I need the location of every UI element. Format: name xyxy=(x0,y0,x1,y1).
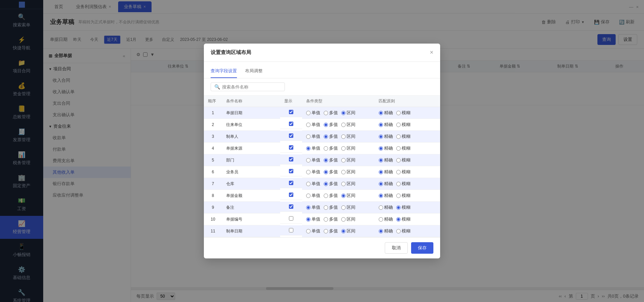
cell-name: 单据金额 xyxy=(222,190,280,202)
radio-multi[interactable]: 多值 xyxy=(324,145,338,151)
radio-fuzzy[interactable]: 模糊 xyxy=(396,122,410,128)
cell-order: 10 xyxy=(204,213,222,225)
radio-multi[interactable]: 多值 xyxy=(324,181,338,187)
cell-show[interactable] xyxy=(280,166,302,176)
radio-fuzzy[interactable]: 模糊 xyxy=(396,216,410,222)
cell-order: 2 xyxy=(204,119,222,131)
show-checkbox[interactable] xyxy=(289,157,293,161)
save-modal-button[interactable]: 保存 xyxy=(411,242,433,254)
radio-exact[interactable]: 精确 xyxy=(379,228,393,234)
cell-show[interactable] xyxy=(280,107,302,117)
radio-exact[interactable]: 精确 xyxy=(379,193,393,199)
radio-range[interactable]: 区间 xyxy=(341,204,355,210)
show-checkbox[interactable] xyxy=(289,145,293,150)
cell-show[interactable] xyxy=(280,119,302,129)
radio-fuzzy[interactable]: 模糊 xyxy=(396,204,410,210)
radio-multi[interactable]: 多值 xyxy=(324,110,338,116)
modal-body: 查询字段设置 布局调整 🔍 顺序 条 xyxy=(204,62,440,237)
modal-header: 设置查询区域布局 × xyxy=(204,44,440,62)
radio-single[interactable]: 单值 xyxy=(306,204,320,210)
radio-exact[interactable]: 精确 xyxy=(379,133,393,140)
radio-fuzzy[interactable]: 模糊 xyxy=(396,157,410,163)
cell-match: 精确 模糊 xyxy=(375,154,440,166)
radio-fuzzy[interactable]: 模糊 xyxy=(396,110,410,116)
modal-footer: 取消 保存 xyxy=(204,237,440,258)
show-checkbox[interactable] xyxy=(289,216,293,221)
radio-exact[interactable]: 精确 xyxy=(379,110,393,116)
radio-single[interactable]: 单值 xyxy=(306,122,320,128)
radio-range[interactable]: 区间 xyxy=(341,122,355,128)
cancel-button[interactable]: 取消 xyxy=(385,242,408,254)
radio-multi[interactable]: 多值 xyxy=(324,216,338,222)
cell-show[interactable] xyxy=(280,154,302,165)
radio-multi[interactable]: 多值 xyxy=(324,169,338,175)
show-checkbox[interactable] xyxy=(289,169,293,173)
radio-single[interactable]: 单值 xyxy=(306,110,320,116)
radio-fuzzy[interactable]: 模糊 xyxy=(396,193,410,199)
radio-multi[interactable]: 多值 xyxy=(324,193,338,199)
radio-exact[interactable]: 精确 xyxy=(379,181,393,187)
radio-exact[interactable]: 精确 xyxy=(379,216,393,222)
modal-table-row: 10 单据编号 单值 多值 区间 xyxy=(204,213,440,225)
modal-table-row: 11 制单日期 单值 多值 区间 xyxy=(204,225,440,237)
search-input[interactable] xyxy=(222,84,281,90)
radio-range[interactable]: 区间 xyxy=(341,181,355,187)
radio-exact[interactable]: 精确 xyxy=(379,169,393,175)
radio-single[interactable]: 单值 xyxy=(306,181,320,187)
cell-order: 9 xyxy=(204,202,222,213)
radio-multi[interactable]: 多值 xyxy=(324,133,338,140)
cell-show[interactable] xyxy=(280,213,302,224)
cell-show[interactable] xyxy=(280,225,302,235)
radio-single[interactable]: 单值 xyxy=(306,193,320,199)
radio-fuzzy[interactable]: 模糊 xyxy=(396,169,410,175)
show-checkbox[interactable] xyxy=(289,228,293,232)
cell-show[interactable] xyxy=(280,143,302,153)
cell-show[interactable] xyxy=(280,178,302,188)
cell-match: 精确 模糊 xyxy=(375,119,440,131)
show-checkbox[interactable] xyxy=(289,110,293,114)
radio-single[interactable]: 单值 xyxy=(306,228,320,234)
radio-multi[interactable]: 多值 xyxy=(324,157,338,163)
radio-range[interactable]: 区间 xyxy=(341,133,355,140)
cell-condition-type: 单值 多值 区间 xyxy=(302,213,375,225)
show-checkbox[interactable] xyxy=(289,122,293,126)
radio-multi[interactable]: 多值 xyxy=(324,204,338,210)
cell-condition-type: 单值 多值 区间 xyxy=(302,143,375,154)
radio-range[interactable]: 区间 xyxy=(341,216,355,222)
radio-range[interactable]: 区间 xyxy=(341,193,355,199)
tab-layout-adjust[interactable]: 布局调整 xyxy=(245,66,263,78)
cell-name: 制单人 xyxy=(222,131,280,143)
radio-single[interactable]: 单值 xyxy=(306,169,320,175)
cell-show[interactable] xyxy=(280,202,302,212)
radio-range[interactable]: 区间 xyxy=(341,110,355,116)
radio-fuzzy[interactable]: 模糊 xyxy=(396,228,410,234)
show-checkbox[interactable] xyxy=(289,181,293,185)
radio-exact[interactable]: 精确 xyxy=(379,157,393,163)
radio-single[interactable]: 单值 xyxy=(306,216,320,222)
radio-single[interactable]: 单值 xyxy=(306,157,320,163)
cell-order: 8 xyxy=(204,190,222,202)
cell-show[interactable] xyxy=(280,190,302,200)
radio-range[interactable]: 区间 xyxy=(341,145,355,151)
modal-close-button[interactable]: × xyxy=(430,49,433,56)
radio-range[interactable]: 区间 xyxy=(341,228,355,234)
radio-fuzzy[interactable]: 模糊 xyxy=(396,145,410,151)
radio-single[interactable]: 单值 xyxy=(306,133,320,140)
tab-field-settings[interactable]: 查询字段设置 xyxy=(211,66,237,78)
radio-fuzzy[interactable]: 模糊 xyxy=(396,181,410,187)
search-box: 🔍 xyxy=(211,82,285,91)
radio-multi[interactable]: 多值 xyxy=(324,228,338,234)
cell-show[interactable] xyxy=(280,131,302,141)
show-checkbox[interactable] xyxy=(289,133,293,138)
radio-exact[interactable]: 精确 xyxy=(379,122,393,128)
radio-single[interactable]: 单值 xyxy=(306,145,320,151)
radio-fuzzy[interactable]: 模糊 xyxy=(396,133,410,140)
radio-range[interactable]: 区间 xyxy=(341,157,355,163)
radio-range[interactable]: 区间 xyxy=(341,169,355,175)
show-checkbox[interactable] xyxy=(289,193,293,197)
cell-name: 业务员 xyxy=(222,166,280,178)
radio-exact[interactable]: 精确 xyxy=(379,145,393,151)
radio-multi[interactable]: 多值 xyxy=(324,122,338,128)
show-checkbox[interactable] xyxy=(289,204,293,209)
radio-exact[interactable]: 精确 xyxy=(379,204,393,210)
